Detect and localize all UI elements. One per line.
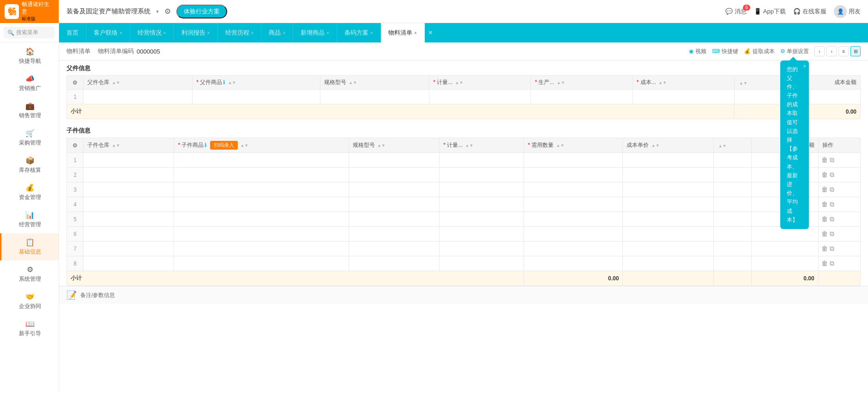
child-cell-unitcost-6[interactable] [623,227,713,242]
child-cell-qty-5[interactable] [524,212,623,227]
child-cell-warehouse-3[interactable] [84,182,174,197]
copy-icon-3[interactable]: ⧉ [830,186,834,193]
sidebar-item-system[interactable]: ⚙ 系统管理 [0,260,59,288]
tab-barcode-close[interactable]: × [370,30,373,36]
tab-barcode[interactable]: 条码方案 × [337,23,381,42]
child-cell-warehouse-4[interactable] [84,197,174,212]
tab-goods-close[interactable]: × [283,30,285,36]
scan-button[interactable]: 扫码录入 [210,141,238,150]
child-cell-spec-2[interactable] [349,168,439,182]
child-cell-unitcost-2[interactable] [623,168,713,182]
list-view-button[interactable]: ≡ [838,46,849,56]
child-cell-spec-6[interactable] [349,227,439,242]
search-menu-button[interactable]: 🔍 搜索菜单 [4,27,55,38]
child-cell-unit-6[interactable] [440,227,524,242]
child-cell-unitcost-8[interactable] [623,256,713,271]
child-cell-warehouse-1[interactable] [84,153,174,168]
tab-operations[interactable]: 经营情况 × [130,23,174,42]
child-cell-unit-7[interactable] [440,242,524,256]
cost-action[interactable]: 💰 提取成本 [744,48,775,55]
child-cell-unitcost-1[interactable] [623,153,713,168]
copy-icon-1[interactable]: ⧉ [830,156,834,164]
tab-bom[interactable]: 物料清单 × [381,23,425,42]
delete-icon-8[interactable]: 🗑 [821,260,828,267]
child-cell-qty-8[interactable] [524,256,623,271]
child-cell-warehouse-5[interactable] [84,212,174,227]
child-cell-spec-3[interactable] [349,182,439,197]
parent-settings-icon[interactable]: ⚙ [72,79,78,86]
copy-icon-8[interactable]: ⧉ [830,260,834,267]
tab-history-close[interactable]: × [251,30,254,36]
child-cell-product-2[interactable] [174,168,349,182]
child-cell-product-7[interactable] [174,242,349,256]
tab-goods[interactable]: 商品 × [261,23,293,42]
tab-newgoods-close[interactable]: × [326,30,329,36]
child-cell-spec-4[interactable] [349,197,439,212]
child-cell-unitcost-5[interactable] [623,212,713,227]
child-cell-unit-8[interactable] [440,256,524,271]
delete-icon-2[interactable]: 🗑 [821,171,828,179]
tab-bom-close[interactable]: × [414,30,417,36]
sidebar-item-guide[interactable]: 📖 新手引导 [0,315,59,342]
child-product-info-icon[interactable]: ℹ [205,142,207,148]
child-cell-unit-5[interactable] [440,212,524,227]
parent-cell-spec-1[interactable] [320,90,429,104]
shortcut-action[interactable]: ⌨ 快捷键 [712,48,738,55]
child-cell-spec-1[interactable] [349,153,439,168]
close-all-tabs-button[interactable]: × [425,29,436,37]
child-cell-product-6[interactable] [174,227,349,242]
child-cell-product-8[interactable] [174,256,349,271]
child-cell-unit-3[interactable] [440,182,524,197]
delete-icon-3[interactable]: 🗑 [821,186,828,193]
child-cell-warehouse-8[interactable] [84,256,174,271]
parent-cell-unit-1[interactable] [429,90,531,104]
tab-customers-close[interactable]: × [120,30,122,36]
delete-icon-1[interactable]: 🗑 [821,156,828,164]
tab-history[interactable]: 经营历程 × [218,23,262,42]
child-cell-warehouse-6[interactable] [84,227,174,242]
child-cell-qty-4[interactable] [524,197,623,212]
copy-icon-4[interactable]: ⧉ [830,200,834,208]
copy-icon-5[interactable]: ⧉ [830,215,834,223]
child-cell-unitcost-4[interactable] [623,197,713,212]
topbar-settings-icon[interactable]: ⚙ [164,7,171,16]
tab-newgoods[interactable]: 新增商品 × [293,23,337,42]
tab-customers[interactable]: 客户联络 × [86,23,130,42]
child-settings-icon[interactable]: ⚙ [72,142,78,149]
copy-icon-2[interactable]: ⧉ [830,171,834,179]
delete-icon-5[interactable]: 🗑 [821,215,828,223]
sidebar-item-marketing[interactable]: 📣 营销推广 [0,70,59,97]
child-cell-product-5[interactable] [174,212,349,227]
sidebar-search-area[interactable]: 🔍 搜索菜单 [0,23,59,42]
sidebar-item-inventory[interactable]: 📦 库存核算 [0,151,59,179]
delete-icon-6[interactable]: 🗑 [821,230,828,238]
delete-icon-7[interactable]: 🗑 [821,245,828,253]
copy-icon-6[interactable]: ⧉ [830,230,834,238]
copy-icon-7[interactable]: ⧉ [830,245,834,253]
child-cell-qty-6[interactable] [524,227,623,242]
sidebar-item-purchase[interactable]: 🛒 采购管理 [0,124,59,151]
tab-operations-close[interactable]: × [163,30,166,36]
child-cell-product-3[interactable] [174,182,349,197]
next-page-button[interactable]: › [826,46,837,56]
child-cell-unitcost-7[interactable] [623,242,713,256]
system-dropdown-arrow[interactable]: ▾ [156,8,159,15]
child-cell-product-1[interactable] [174,153,349,168]
trial-button[interactable]: 体验行业方案 [176,5,227,18]
view-action[interactable]: ◉ 视频 [689,48,706,55]
parent-cell-warehouse-1[interactable] [84,90,193,104]
child-cell-product-4[interactable] [174,197,349,212]
prev-page-button[interactable]: ‹ [814,46,825,56]
message-button[interactable]: 💬 消息 6 [725,7,747,16]
child-cell-spec-8[interactable] [349,256,439,271]
child-cell-qty-2[interactable] [524,168,623,182]
child-cell-unit-2[interactable] [440,168,524,182]
parent-cell-cost-1[interactable] [633,90,734,104]
single-settings-action[interactable]: ⚙ 单据设置 × 您的父件、子件的成本取值可以选择【参考成本、最新进价、平均成本… [780,48,809,55]
parent-cell-mfg-1[interactable] [531,90,633,104]
child-cell-unit-1[interactable] [440,153,524,168]
sidebar-item-operations[interactable]: 📊 经营管理 [0,206,59,233]
app-download-button[interactable]: 📱 App下载 [754,7,786,16]
sidebar-item-basic[interactable]: 📋 基础信息 [0,233,59,260]
user-menu[interactable]: 👤 用友 [834,5,861,18]
